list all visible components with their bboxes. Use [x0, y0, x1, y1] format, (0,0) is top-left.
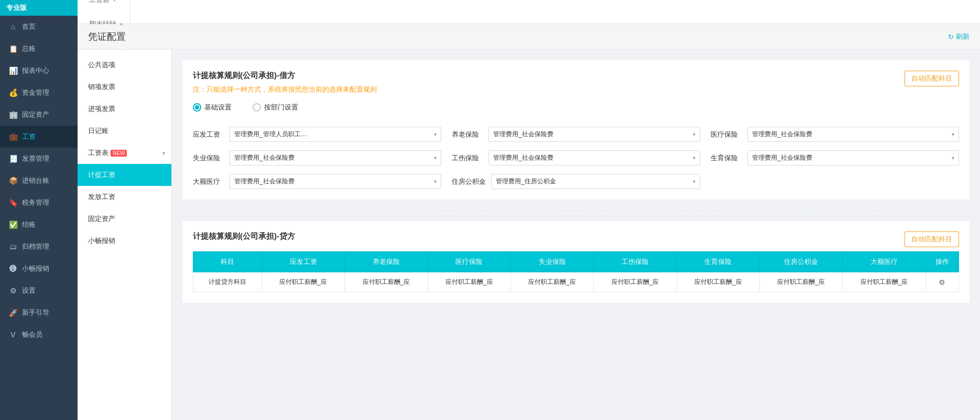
debit-select-1[interactable]: 管理费用_社会保险费 ▾ — [488, 127, 700, 142]
debit-field-2: 医疗保险 管理费用_社会保险费 ▾ — [711, 127, 959, 142]
xiaochang-icon: 🅒 — [8, 264, 18, 273]
debit-select-6[interactable]: 管理费用_社会保险费 ▾ — [230, 174, 441, 189]
debit-notice: 注：只能选择一种方式，系统将按照您当前的选择来配置规则 — [193, 85, 377, 94]
debit-select-2[interactable]: 管理费用_社会保险费 ▾ — [747, 127, 959, 142]
radio-dept[interactable]: 按部门设置 — [253, 103, 298, 112]
refresh-button[interactable]: ↻ 刷新 — [948, 32, 970, 41]
debit-field-6: 大额医疗 管理费用_社会保险费 ▾ — [193, 174, 441, 189]
new-badge-payroll_table: NEW — [111, 150, 127, 157]
credit-auto-match-button[interactable]: 自动匹配科目 — [905, 231, 959, 247]
main-area: 首页工资表×期末结转×凭证配置× 凭证配置 ↻ 刷新 公共选项销项发票进项发票日… — [78, 0, 980, 420]
sidebar-item-settings[interactable]: ⚙设置 — [0, 280, 78, 302]
left-nav-item-xiao_reimbursement[interactable]: 小畅报销 — [78, 230, 171, 252]
sidebar-item-archive[interactable]: 🗂归档管理 — [0, 236, 78, 258]
sidebar-label-funds: 资金管理 — [22, 88, 49, 97]
tab-payroll[interactable]: 工资表× — [82, 0, 130, 12]
debit-section: 计提核算规则(公司承担)-借方 注：只能选择一种方式，系统将按照您当前的选择来配… — [182, 60, 970, 200]
debit-select-value-5: 管理费用_社会保险费 — [752, 153, 812, 162]
left-nav-item-fixed_assets[interactable]: 固定资产 — [78, 208, 171, 230]
sidebar-label-checkout: 结账 — [22, 220, 36, 229]
debit-select-arrow-3: ▾ — [434, 155, 437, 161]
debit-select-value-7: 管理费用_住房公积金 — [496, 177, 556, 186]
debit-field-7: 住房公积金 管理费用_住房公积金 ▾ — [452, 174, 700, 189]
credit-row-0-val-4[interactable]: 应付职工薪酬_应 — [594, 272, 677, 292]
debit-section-title: 计提核算规则(公司承担)-借方 — [193, 71, 377, 81]
credit-row-0-val-7[interactable]: 应付职工薪酬_应 — [843, 272, 925, 292]
left-nav-label-calc_salary: 计提工资 — [88, 171, 115, 179]
left-nav-label-payroll_table: 工资表 — [88, 149, 108, 157]
credit-row-0-val-6[interactable]: 应付职工薪酬_应 — [760, 272, 843, 292]
left-nav-item-journal[interactable]: 日记账 — [78, 120, 171, 142]
sidebar-item-checkout[interactable]: ✅结账 — [0, 214, 78, 236]
tab-close-payroll[interactable]: × — [113, 0, 116, 3]
left-nav-item-calc_salary[interactable]: 计提工资 — [78, 164, 171, 186]
sidebar-item-xiaochang[interactable]: 🅒小畅报销 — [0, 258, 78, 280]
sidebar-label-ledger: 总账 — [22, 44, 36, 53]
sidebar-item-assets[interactable]: 🏢固定资产 — [0, 104, 78, 126]
sidebar-label-invoice: 发票管理 — [22, 154, 49, 163]
debit-select-arrow-1: ▾ — [693, 131, 695, 137]
sidebar-label-reports: 报表中心 — [22, 66, 49, 75]
tab-close-voucher[interactable]: × — [119, 45, 123, 51]
sidebar-item-reports[interactable]: 📊报表中心 — [0, 60, 78, 82]
settings-icon: ⚙ — [8, 286, 18, 295]
credit-row-0-val-1[interactable]: 应付职工薪酬_应 — [345, 272, 428, 292]
credit-row-0-val-0[interactable]: 应付职工薪酬_应 — [262, 272, 344, 292]
radio-basic-label: 基础设置 — [204, 103, 232, 112]
debit-select-5[interactable]: 管理费用_社会保险费 ▾ — [747, 150, 959, 165]
sidebar-label-xiaochang: 小畅报销 — [22, 264, 49, 273]
credit-row-0-val-3[interactable]: 应付职工薪酬_应 — [510, 272, 593, 292]
sidebar-item-ledger[interactable]: 📋总账 — [0, 38, 78, 60]
main-content: 计提核算规则(公司承担)-借方 注：只能选择一种方式，系统将按照您当前的选择来配… — [172, 50, 980, 420]
sidebar-label-settings: 设置 — [22, 286, 36, 295]
credit-section: 计提核算规则(公司承担)-贷方 自动匹配科目 科目应发工资养老保险医疗保险失业保… — [182, 221, 970, 303]
credit-section-header: 计提核算规则(公司承担)-贷方 自动匹配科目 — [193, 231, 959, 247]
radio-group: 基础设置 按部门设置 — [193, 103, 377, 112]
sidebar-item-tax[interactable]: 🔖税务管理 — [0, 192, 78, 214]
debit-auto-match-button[interactable]: 自动匹配科目 — [905, 71, 959, 86]
debit-select-0[interactable]: 管理费用_管理人员职工薪酬 ▾ — [230, 127, 441, 142]
left-nav-label-xiao_reimbursement: 小畅报销 — [88, 237, 115, 245]
checkout-icon: ✅ — [8, 220, 18, 229]
guide-icon: 🚀 — [8, 308, 18, 317]
tab-close-period[interactable]: × — [119, 21, 123, 27]
credit-row-0-val-2[interactable]: 应付职工薪酬_应 — [428, 272, 510, 292]
left-nav: 公共选项销项发票进项发票日记账工资表NEW▾计提工资发放工资固定资产小畅报销 — [78, 50, 172, 420]
sidebar-item-vip[interactable]: V畅会员 — [0, 324, 78, 346]
radio-basic[interactable]: 基础设置 — [193, 103, 232, 112]
credit-row-0-val-5[interactable]: 应付职工薪酬_应 — [677, 272, 759, 292]
edit-icon-0[interactable]: ⚙ — [939, 278, 945, 286]
home-icon: ⌂ — [8, 23, 18, 31]
archive-icon: 🗂 — [8, 242, 18, 251]
ledger-icon: 📋 — [8, 45, 18, 53]
table-row: 计提贷方科目应付职工薪酬_应应付职工薪酬_应应付职工薪酬_应应付职工薪酬_应应付… — [193, 272, 959, 292]
sidebar-label-assets: 固定资产 — [22, 110, 49, 119]
credit-row-0-action[interactable]: ⚙ — [925, 272, 959, 292]
sidebar-label-vip: 畅会员 — [22, 330, 42, 339]
credit-table-head: 科目应发工资养老保险医疗保险失业保险工伤保险生育保险住房公积金大额医疗操作 — [193, 252, 959, 272]
left-nav-item-public[interactable]: 公共选项 — [78, 54, 171, 76]
sidebar-item-home[interactable]: ⌂首页 — [0, 16, 78, 38]
debit-label-7: 住房公积金 — [452, 177, 486, 186]
content-area: 公共选项销项发票进项发票日记账工资表NEW▾计提工资发放工资固定资产小畅报销 计… — [78, 50, 980, 420]
left-nav-item-pay_salary[interactable]: 发放工资 — [78, 186, 171, 208]
sidebar-item-trade[interactable]: 📦进销台账 — [0, 170, 78, 192]
debit-select-arrow-5: ▾ — [952, 155, 954, 161]
debit-fields: 应发工资 管理费用_管理人员职工薪酬 ▾ 养老保险 管理费用_社会保险费 ▾ 医… — [193, 127, 959, 189]
section-divider — [182, 210, 970, 211]
sidebar-item-salary[interactable]: 💼工资 — [0, 126, 78, 148]
left-nav-item-payroll_table[interactable]: 工资表NEW▾ — [78, 142, 171, 164]
radio-dept-circle — [253, 103, 261, 112]
left-nav-item-input_invoice[interactable]: 进项发票 — [78, 98, 171, 120]
debit-select-value-3: 管理费用_社会保险费 — [234, 153, 295, 162]
debit-select-3[interactable]: 管理费用_社会保险费 ▾ — [230, 150, 441, 165]
debit-select-4[interactable]: 管理费用_社会保险费 ▾ — [488, 150, 700, 165]
left-nav-item-red_invoice[interactable]: 销项发票 — [78, 76, 171, 98]
debit-select-7[interactable]: 管理费用_住房公积金 ▾ — [491, 174, 700, 189]
left-nav-label-pay_salary: 发放工资 — [88, 193, 115, 201]
reports-icon: 📊 — [8, 67, 18, 75]
sidebar-item-funds[interactable]: 💰资金管理 — [0, 82, 78, 104]
debit-select-value-2: 管理费用_社会保险费 — [752, 130, 812, 139]
sidebar-item-guide[interactable]: 🚀新手引导 — [0, 302, 78, 324]
sidebar-item-invoice[interactable]: 🧾发票管理 — [0, 148, 78, 170]
